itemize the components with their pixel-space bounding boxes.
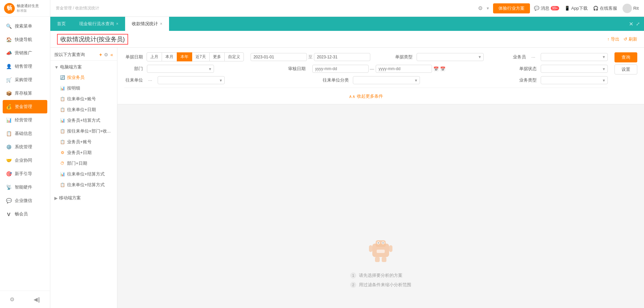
scheme-item-sales-account[interactable]: 📋 业务员+账号: [50, 137, 117, 147]
sidebar-item-basic-info[interactable]: 📋 基础信息: [0, 127, 50, 140]
gear-icon[interactable]: ⚙: [478, 5, 483, 11]
date-from-input[interactable]: [251, 53, 307, 61]
collapse-button[interactable]: ∧∧ 收起更多条件: [349, 91, 383, 99]
date-btn-last-7days[interactable]: 近7天: [192, 52, 210, 61]
message-item[interactable]: 💬 消息 99+: [534, 5, 559, 11]
scheme-item-partner-settlement2[interactable]: 📋 往来单位+结算方式: [50, 179, 117, 190]
sales-date-icon: ⚙: [60, 150, 65, 155]
date-range-group: 至: [251, 53, 370, 61]
tab-receipt-stats[interactable]: 收款情况统计 ×: [125, 17, 169, 31]
tabbar-close-icon[interactable]: ✕: [629, 21, 633, 27]
scheme-item-sales-date[interactable]: ⚙ 业务员+日期: [50, 147, 117, 158]
review-date-to[interactable]: [376, 65, 432, 73]
online-service-label: 在线客服: [600, 5, 617, 11]
review-date-sep: —: [370, 66, 374, 71]
sidebar-item-operations[interactable]: 📊 经营管理: [0, 113, 50, 127]
date-btn-custom[interactable]: 自定义: [224, 52, 244, 61]
review-date-from[interactable]: [312, 65, 369, 73]
empty-tips: 1 请先选择要分析的方案 2 用过滤条件来缩小分析范围: [350, 272, 411, 288]
calendar-icon-to[interactable]: 📅: [440, 66, 445, 71]
pc-scheme-group-label: 电脑端方案: [60, 64, 82, 70]
sidebar-item-search-menu[interactable]: 🔍 搜索菜单: [0, 19, 50, 33]
user-item[interactable]: Rit: [623, 4, 639, 13]
counterparty-select[interactable]: [158, 76, 225, 84]
sidebar-item-enterprise[interactable]: 🤝 企业协同: [0, 154, 50, 167]
sidebar-item-label: 资金管理: [15, 104, 32, 110]
query-button[interactable]: 查询: [614, 52, 637, 62]
dropdown-icon[interactable]: ▾: [487, 6, 489, 11]
sidebar-item-finance[interactable]: 💰 资金管理: [3, 100, 47, 113]
calendar-icon-from[interactable]: 📅: [433, 66, 439, 71]
settings-button[interactable]: 设置: [614, 64, 637, 74]
purchase-icon: 🛒: [5, 76, 12, 83]
filter-row-1: 单据日期 上月 本月 本年 近7天 更多 自定义 至: [124, 52, 608, 61]
scheme-item-partner-account[interactable]: 📋 往来单位+账号: [50, 94, 117, 104]
counterparty-type-label: 往来单位分类: [323, 77, 349, 83]
counterparty-more-btn[interactable]: ···: [147, 78, 154, 83]
wechat-icon: 💬: [5, 197, 12, 204]
sidebar-item-label: 企业微信: [15, 198, 32, 204]
tab-receipt-stats-close[interactable]: ×: [160, 21, 162, 26]
sidebar-item-member[interactable]: V 畅会员: [0, 207, 50, 221]
date-btn-last-month[interactable]: 上月: [147, 52, 162, 61]
sidebar-item-label: 快捷导航: [15, 37, 32, 43]
counterparty-type-select[interactable]: [353, 76, 420, 84]
sidebar-item-system[interactable]: ⚙️ 系统管理: [0, 140, 50, 154]
scheme-item-sales-settlement[interactable]: 📊 业务员+结算方式: [50, 115, 117, 126]
trial-button[interactable]: 体验行业方案: [493, 3, 530, 13]
mobile-scheme-group-header[interactable]: ▶ 移动端方案: [50, 193, 117, 203]
scheme-item-partner-settlement1[interactable]: 📊 往来单位+结算方式: [50, 169, 117, 179]
counterparty-type-select-wrapper: [353, 76, 420, 84]
sidebar-item-inventory[interactable]: 📦 库存核算: [0, 87, 50, 100]
tab-home[interactable]: 首页: [50, 17, 72, 31]
export-button[interactable]: ↑ 导出: [607, 36, 620, 42]
voucher-type-select[interactable]: [417, 53, 484, 61]
mobile-scheme-group-label: 移动端方案: [59, 195, 81, 201]
tab-bank-flow[interactable]: 现金银行流水查询 ×: [72, 17, 125, 31]
scheme-item-dept-date[interactable]: ⏱ 部门+日期: [50, 158, 117, 169]
date-to-input[interactable]: [314, 53, 370, 61]
counterparty-select-wrapper: [158, 76, 225, 84]
topbar-right: 💬 消息 99+ 📱 App下载 🎧 在线客服 Rit: [534, 4, 639, 13]
tip-text-2: 用过滤条件来缩小分析范围: [359, 282, 411, 288]
date-btn-more[interactable]: 更多: [209, 52, 225, 61]
date-btn-this-year[interactable]: 本年: [177, 52, 192, 61]
scheme-item-detail[interactable]: 📊 按明细: [50, 83, 117, 94]
pc-scheme-group-header[interactable]: ▼ 电脑端方案: [50, 62, 117, 72]
sidebar-item-wechat[interactable]: 💬 企业微信: [0, 194, 50, 207]
sidebar-item-smart-hw[interactable]: 📡 智能硬件: [0, 181, 50, 194]
scheme-item-label: 业务员+结算方式: [67, 117, 100, 123]
date-btn-this-month[interactable]: 本月: [162, 52, 177, 61]
tabbar-expand-icon[interactable]: ⤢: [636, 21, 640, 27]
business-type-select[interactable]: [541, 76, 608, 84]
sidebar-item-purchase[interactable]: 🛒 采购管理: [0, 73, 50, 87]
logo-badge: 标准版: [17, 8, 39, 13]
sidebar-settings-btn[interactable]: ⚙: [8, 294, 16, 305]
voucher-status-select[interactable]: [541, 65, 608, 73]
sidebar-item-quick-nav[interactable]: 🏠 快捷导航: [0, 33, 50, 46]
online-service-item[interactable]: 🎧 在线客服: [593, 5, 617, 11]
newbie-icon: 🎯: [5, 170, 12, 177]
scheme-settings-icon[interactable]: ⚙: [104, 52, 108, 57]
sidebar-item-label: 系统管理: [15, 144, 32, 150]
sidebar-item-newbie[interactable]: 🎯 新手引导: [0, 167, 50, 181]
sidebar-collapse-btn[interactable]: ◀‖: [32, 294, 42, 305]
empty-robot-image: [364, 234, 397, 267]
app-download-item[interactable]: 📱 App下载: [565, 5, 588, 11]
filter-section: 单据日期 上月 本月 本年 近7天 更多 自定义 至: [124, 52, 637, 99]
collapse-panel-icon[interactable]: «: [110, 52, 113, 57]
refresh-button[interactable]: ↺ 刷新: [624, 36, 637, 42]
add-scheme-button[interactable]: +: [99, 52, 102, 57]
scheme-item-partner-date[interactable]: 📋 往来单位+日期: [50, 104, 117, 115]
salesperson-select[interactable]: [541, 53, 608, 61]
collapse-icon: ∧∧: [349, 94, 356, 99]
sidebar-item-marketing[interactable]: 📣 营销推广: [0, 46, 50, 60]
scheme-item-partner-dept-recv[interactable]: 📋 按往来单位+部门+收...: [50, 126, 117, 137]
scheme-item-salesperson[interactable]: 🔄 按业务员: [50, 72, 117, 83]
tab-bank-flow-close[interactable]: ×: [116, 21, 118, 26]
dept-select[interactable]: [147, 65, 214, 73]
salesperson-more-btn[interactable]: ···: [530, 54, 537, 60]
tab-home-label: 首页: [57, 21, 66, 27]
sidebar-item-sales[interactable]: 👤 销售管理: [0, 60, 50, 73]
voucher-status-select-wrapper: [541, 65, 608, 73]
